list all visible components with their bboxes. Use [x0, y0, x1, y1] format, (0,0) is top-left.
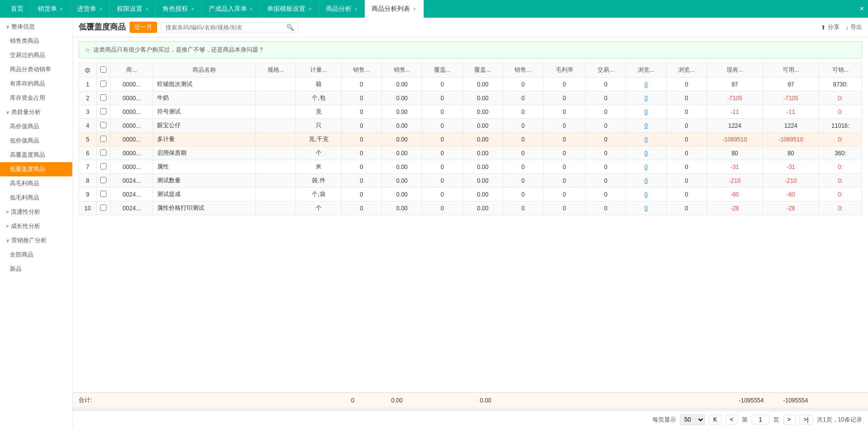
row-cov1: 0 — [422, 119, 462, 133]
sidebar-item-low-value[interactable]: 低价值商品 — [0, 134, 72, 148]
last-page-button[interactable]: >| — [799, 415, 813, 425]
row-name[interactable]: 多计量 — [153, 133, 256, 146]
row-browse2: 0 — [666, 78, 706, 91]
sidebar-item-all-products[interactable]: 全部商品 — [0, 248, 72, 262]
row-name[interactable]: 测试提成 — [153, 188, 256, 201]
tab-product-inbound[interactable]: 产成品入库单 × — [202, 0, 260, 18]
row-sale1: 0 — [341, 105, 381, 119]
row-checkbox[interactable] — [97, 119, 110, 133]
sidebar-item-stock-capital[interactable]: 库存资金占用 — [0, 91, 72, 105]
tab-purchase-order[interactable]: 进货单 × — [70, 0, 109, 18]
tab-sales-order[interactable]: 销货单 × — [31, 0, 70, 18]
next-page-button[interactable]: > — [783, 415, 795, 425]
search-input[interactable] — [165, 24, 284, 31]
tab-home[interactable]: 首页 — [4, 0, 31, 18]
sidebar-item-high-value[interactable]: 高价值商品 — [0, 119, 72, 134]
export-button[interactable]: ↓ 导出 — [845, 23, 862, 31]
total-trade — [597, 397, 641, 404]
sidebar-section-marketing[interactable]: ∨ 营销推广分析 — [0, 233, 72, 248]
row-browse1[interactable]: 0 — [626, 105, 666, 119]
row-number: 8 — [79, 174, 97, 188]
row-sale2: 0.00 — [381, 160, 422, 174]
sidebar-item-high-margin[interactable]: 高毛利商品 — [0, 176, 72, 191]
page-number-input[interactable] — [752, 415, 769, 425]
row-browse1[interactable]: 0 — [626, 78, 666, 91]
close-all-tabs[interactable]: × — [860, 4, 864, 13]
sidebar-item-category-rate[interactable]: 商品分类动销率 — [0, 62, 72, 77]
row-cov2: 0.00 — [462, 160, 503, 174]
row-name[interactable]: 属性价格打印测试 — [153, 201, 256, 215]
row-number: 9 — [79, 188, 97, 201]
row-browse1[interactable]: 0 — [626, 201, 666, 215]
row-checkbox[interactable] — [97, 160, 110, 174]
row-trade: 0 — [586, 91, 626, 105]
sidebar-section-growth[interactable]: > 成长性分析 — [0, 219, 72, 233]
sidebar-item-sales-products[interactable]: 销售类商品 — [0, 34, 72, 48]
row-name[interactable]: 牛奶 — [153, 91, 256, 105]
row-saleavail: 0: — [819, 188, 862, 201]
row-checkbox[interactable] — [97, 91, 110, 105]
first-page-button[interactable]: K — [709, 415, 722, 425]
row-checkbox[interactable] — [97, 133, 110, 146]
row-sale3: 0 — [503, 174, 543, 188]
row-browse1[interactable]: 0 — [626, 174, 666, 188]
prev-page-button[interactable]: < — [726, 415, 738, 425]
sidebar-item-traded-products[interactable]: 交易过的商品 — [0, 48, 72, 62]
close-tab-5[interactable]: × — [250, 6, 253, 12]
close-tab-6[interactable]: × — [308, 6, 311, 12]
row-checkbox[interactable] — [97, 78, 110, 91]
col-header-trade: 交易... — [586, 63, 626, 78]
sidebar-section-overview[interactable]: ∨ 整体信息 — [0, 20, 72, 34]
sidebar-item-new-products[interactable]: 新品 — [0, 262, 72, 276]
row-cov2: 0.00 — [462, 133, 503, 146]
row-browse1[interactable]: 0 — [626, 160, 666, 174]
time-filter-button[interactable]: 近一月 — [130, 22, 157, 33]
tab-product-analysis[interactable]: 商品分析 × — [319, 0, 365, 18]
row-browse1[interactable]: 0 — [626, 133, 666, 146]
row-sale1: 0 — [341, 174, 381, 188]
row-checkbox[interactable] — [97, 146, 110, 160]
row-checkbox[interactable] — [97, 105, 110, 119]
row-checkbox[interactable] — [97, 201, 110, 215]
sidebar-item-high-coverage[interactable]: 高覆盖度商品 — [0, 148, 72, 162]
sidebar-item-low-margin[interactable]: 低毛利商品 — [0, 191, 72, 205]
row-checkbox[interactable] — [97, 188, 110, 201]
row-name[interactable]: 旺辅批次测试 — [153, 78, 256, 91]
tab-template-settings[interactable]: 单据模板设置 × — [260, 0, 319, 18]
horizontal-scrollbar[interactable] — [73, 407, 868, 411]
select-all-checkbox[interactable] — [100, 66, 107, 73]
close-tab-1[interactable]: × — [60, 6, 63, 12]
close-tab-3[interactable]: × — [145, 6, 148, 12]
sidebar-section-group-analysis[interactable]: ∨ 类群量分析 — [0, 105, 72, 119]
row-checkbox[interactable] — [97, 174, 110, 188]
close-tab-7[interactable]: × — [354, 6, 357, 12]
row-browse1[interactable]: 0 — [626, 119, 666, 133]
row-name[interactable]: 测试数量 — [153, 174, 256, 188]
row-stock1: -60 — [707, 188, 763, 201]
row-name[interactable]: 属性 — [153, 160, 256, 174]
row-name[interactable]: 启用保质期 — [153, 146, 256, 160]
page-size-select[interactable]: 50 100 200 — [680, 414, 705, 425]
tab-permission-settings[interactable]: 权限设置 × — [110, 0, 156, 18]
share-button[interactable]: ⬆ 分享 — [821, 23, 840, 31]
col-header-checkbox[interactable] — [97, 63, 110, 78]
row-browse1[interactable]: 0 — [626, 91, 666, 105]
sidebar-item-stocked-products[interactable]: 有库存的商品 — [0, 77, 72, 91]
row-browse1[interactable]: 0 — [626, 146, 666, 160]
row-name[interactable]: 眼宝公仔 — [153, 119, 256, 133]
close-tab-4[interactable]: × — [191, 6, 194, 12]
row-unit: 米 — [296, 160, 341, 174]
row-cov1: 0 — [422, 188, 462, 201]
row-gross: 0 — [543, 133, 586, 146]
row-browse1[interactable]: 0 — [626, 188, 666, 201]
tab-role-auth[interactable]: 角色授权 × — [156, 0, 201, 18]
close-tab-8[interactable]: × — [413, 6, 416, 12]
row-name[interactable]: 符号测试 — [153, 105, 256, 119]
sidebar-item-low-coverage[interactable]: 低覆盖度商品 — [0, 162, 72, 176]
tab-product-analysis-list[interactable]: 商品分析列表 × — [365, 0, 423, 18]
section-arrow-overview: ∨ — [6, 24, 9, 29]
row-browse2: 0 — [666, 133, 706, 146]
col-header-settings[interactable]: ⚙ — [79, 63, 97, 78]
close-tab-2[interactable]: × — [99, 6, 102, 12]
sidebar-section-liquidity[interactable]: > 流通性分析 — [0, 205, 72, 219]
